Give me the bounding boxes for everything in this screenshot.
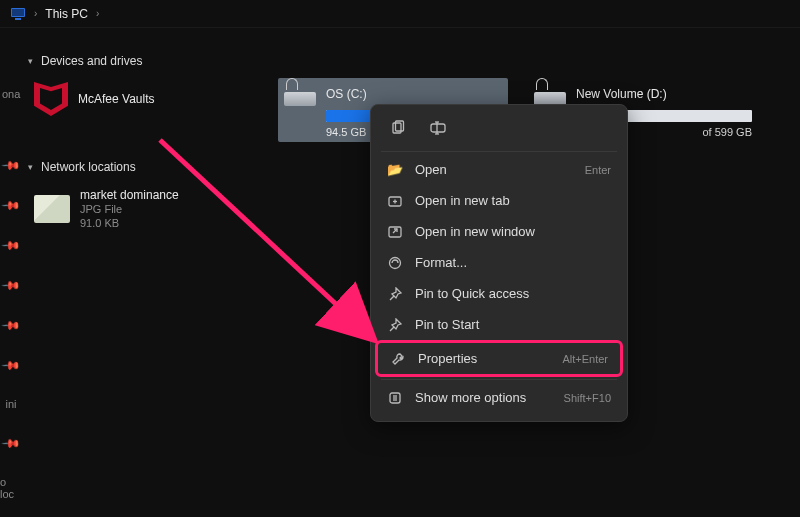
breadcrumb[interactable]: › This PC › [0, 0, 800, 28]
quick-access-sidebar: ona 📌 📌 📌 📌 📌 📌 ini 📌 o loc [0, 28, 22, 517]
menu-open-new-window[interactable]: Open in new window [375, 216, 623, 247]
format-icon [387, 256, 403, 270]
truncated-label: o loc [0, 476, 22, 500]
context-menu: 📂 Open Enter Open in new tab Open in new… [370, 104, 628, 422]
file-market-dominance[interactable]: market dominance JPG File 91.0 KB [28, 184, 258, 235]
separator [381, 151, 617, 152]
pin-icon[interactable]: 📌 [1, 355, 22, 376]
new-tab-icon [387, 194, 403, 208]
menu-properties[interactable]: Properties Alt+Enter [375, 340, 623, 377]
menu-open[interactable]: 📂 Open Enter [375, 154, 623, 185]
menu-label: Format... [415, 255, 467, 270]
menu-shortcut: Shift+F10 [564, 392, 611, 404]
pin-icon[interactable]: 📌 [1, 315, 22, 336]
menu-format[interactable]: Format... [375, 247, 623, 278]
chevron-down-icon: ▾ [28, 162, 33, 172]
menu-label: Pin to Quick access [415, 286, 529, 301]
menu-label: Properties [418, 351, 477, 366]
menu-pin-start[interactable]: Pin to Start [375, 309, 623, 340]
section-title: Devices and drives [41, 54, 142, 68]
section-title: Network locations [41, 160, 136, 174]
mcafee-vaults-item[interactable]: McAfee Vaults [28, 78, 258, 120]
svg-rect-1 [12, 9, 24, 16]
item-label: McAfee Vaults [78, 92, 154, 107]
menu-show-more-options[interactable]: Show more options Shift+F10 [375, 382, 623, 413]
pin-icon[interactable]: 📌 [1, 235, 22, 256]
file-size: 91.0 KB [80, 217, 179, 231]
menu-label: Open [415, 162, 447, 177]
section-devices-and-drives[interactable]: ▾ Devices and drives [28, 54, 790, 68]
truncated-label: ona [2, 88, 20, 100]
chevron-down-icon: ▾ [28, 56, 33, 66]
copy-button[interactable] [383, 115, 413, 141]
menu-pin-quick-access[interactable]: Pin to Quick access [375, 278, 623, 309]
rename-button[interactable] [423, 115, 453, 141]
this-pc-icon [10, 6, 26, 22]
drive-label: New Volume (D:) [576, 87, 667, 101]
chevron-right-icon: › [34, 8, 37, 19]
svg-rect-5 [431, 124, 445, 132]
wrench-icon [390, 352, 406, 366]
menu-label: Open in new tab [415, 193, 510, 208]
menu-open-new-tab[interactable]: Open in new tab [375, 185, 623, 216]
more-options-icon [387, 391, 403, 405]
svg-point-13 [390, 257, 401, 268]
separator [381, 379, 617, 380]
menu-shortcut: Enter [585, 164, 611, 176]
drive-icon [284, 82, 316, 106]
file-name: market dominance [80, 188, 179, 203]
new-window-icon [387, 225, 403, 239]
pin-icon[interactable]: 📌 [1, 275, 22, 296]
chevron-right-icon: › [96, 8, 99, 19]
svg-rect-2 [15, 18, 21, 20]
menu-label: Show more options [415, 390, 526, 405]
folder-open-icon: 📂 [387, 162, 403, 177]
pin-icon [387, 287, 403, 301]
menu-label: Pin to Start [415, 317, 479, 332]
pin-icon[interactable]: 📌 [1, 195, 22, 216]
pin-icon[interactable]: 📌 [1, 433, 22, 454]
mcafee-shield-icon [34, 82, 68, 116]
breadcrumb-this-pc[interactable]: This PC [45, 7, 88, 21]
jpg-thumbnail-icon [34, 195, 70, 223]
drive-icon [534, 82, 566, 106]
pin-icon[interactable]: 📌 [1, 155, 22, 176]
truncated-label: ini [5, 398, 16, 410]
drive-label: OS (C:) [326, 87, 367, 101]
file-type: JPG File [80, 203, 179, 217]
menu-shortcut: Alt+Enter [562, 353, 608, 365]
menu-label: Open in new window [415, 224, 535, 239]
pin-icon [387, 318, 403, 332]
